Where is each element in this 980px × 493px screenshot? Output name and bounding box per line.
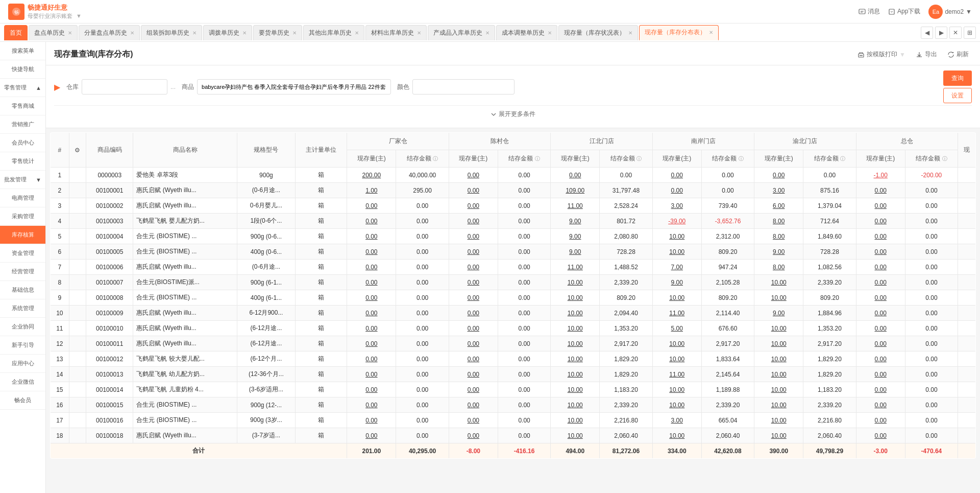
cell-chenma-stock[interactable]: 0.00: [449, 198, 498, 214]
cell-nanan-stock[interactable]: 3.00: [652, 413, 701, 428]
cell-total-stock[interactable]: 0.00: [856, 275, 905, 290]
cell-jiangbei-stock[interactable]: 10.00: [551, 382, 600, 397]
cell-factory-stock[interactable]: 0.00: [347, 397, 396, 413]
cell-nanan-stock[interactable]: 10.00: [652, 290, 701, 306]
search-btn[interactable]: 查询: [943, 71, 972, 86]
cell-yubei-stock[interactable]: 10.00: [754, 275, 803, 290]
cell-total-stock[interactable]: 0.00: [856, 244, 905, 260]
tab-product-in[interactable]: 产成品入库单历史 ✕: [428, 25, 495, 40]
cell-jiangbei-stock[interactable]: 10.00: [551, 306, 600, 321]
cell-yubei-stock[interactable]: 8.00: [754, 229, 803, 244]
tab-stocktake[interactable]: 盘点单历史 ✕: [29, 25, 78, 40]
cell-nanan-stock[interactable]: 10.00: [652, 229, 701, 244]
tab-assemble[interactable]: 组装拆卸单历史 ✕: [141, 25, 202, 40]
refresh-btn[interactable]: 刷新: [944, 48, 972, 61]
tab-close-stocktake[interactable]: ✕: [68, 30, 72, 36]
cell-jiangbei-stock[interactable]: 9.00: [551, 214, 600, 229]
cell-nanan-stock[interactable]: 7.00: [652, 260, 701, 275]
tab-other-outbound[interactable]: 其他出库单历史 ✕: [303, 25, 364, 40]
cell-factory-stock[interactable]: 0.00: [347, 428, 396, 443]
sidebar-item-purchase[interactable]: 采购管理: [0, 207, 45, 226]
tab-close-transfer[interactable]: ✕: [242, 30, 247, 36]
tab-partial-stocktake[interactable]: 分量盘点单历史 ✕: [79, 25, 140, 40]
message-btn[interactable]: 消息: [859, 7, 880, 16]
tab-close-stock-dist[interactable]: ✕: [709, 30, 713, 35]
cell-chenma-stock[interactable]: 0.00: [449, 306, 498, 321]
expand-conditions-btn[interactable]: 展开更多条件: [486, 108, 540, 121]
app-download-btn[interactable]: App下载: [888, 7, 920, 16]
cell-yubei-stock[interactable]: 9.00: [754, 244, 803, 260]
cell-yubei-stock[interactable]: 8.00: [754, 260, 803, 275]
tab-home[interactable]: 首页: [4, 25, 28, 40]
tab-close-material[interactable]: ✕: [417, 30, 421, 36]
cell-yubei-stock[interactable]: 10.00: [754, 321, 803, 336]
cell-jiangbei-stock[interactable]: 11.00: [551, 260, 600, 275]
cell-yubei-stock[interactable]: 10.00: [754, 413, 803, 428]
sidebar-item-retail-mgmt[interactable]: 零售管理 ▲: [0, 79, 45, 97]
tab-close-assemble[interactable]: ✕: [192, 30, 197, 36]
cell-jiangbei-stock[interactable]: 10.00: [551, 275, 600, 290]
cell-chenma-stock[interactable]: 0.00: [449, 244, 498, 260]
cell-chenma-stock[interactable]: 0.00: [449, 214, 498, 229]
cell-nanan-stock[interactable]: 3.00: [652, 198, 701, 214]
cell-total-stock[interactable]: 0.00: [856, 336, 905, 351]
cell-factory-stock[interactable]: 0.00: [347, 351, 396, 367]
cell-chenma-stock[interactable]: 0.00: [449, 290, 498, 306]
cell-yubei-stock[interactable]: 9.00: [754, 306, 803, 321]
sidebar-item-finance[interactable]: 资金管理: [0, 244, 45, 263]
tab-purchase-order[interactable]: 要货单历史 ✕: [253, 25, 302, 40]
tab-close-other-out[interactable]: ✕: [355, 30, 359, 36]
cell-yubei-stock[interactable]: 10.00: [754, 290, 803, 306]
cell-jiangbei-stock[interactable]: 10.00: [551, 290, 600, 306]
cell-jiangbei-stock[interactable]: 10.00: [551, 413, 600, 428]
cell-yubei-stock[interactable]: 10.00: [754, 336, 803, 351]
cell-nanan-stock[interactable]: 9.00: [652, 275, 701, 290]
cell-total-stock[interactable]: 0.00: [856, 229, 905, 244]
cell-nanan-stock[interactable]: 11.00: [652, 367, 701, 382]
cell-total-stock[interactable]: 0.00: [856, 413, 905, 428]
cell-jiangbei-stock[interactable]: 10.00: [551, 428, 600, 443]
cell-yubei-stock[interactable]: 10.00: [754, 382, 803, 397]
cell-chenma-stock[interactable]: 0.00: [449, 168, 498, 183]
cell-jiangbei-stock[interactable]: 10.00: [551, 336, 600, 351]
cell-chenma-stock[interactable]: 0.00: [449, 351, 498, 367]
cell-jiangbei-stock[interactable]: 109.00: [551, 183, 600, 198]
tab-close-product[interactable]: ✕: [485, 30, 489, 36]
cell-factory-stock[interactable]: 0.00: [347, 290, 396, 306]
tab-prev-btn[interactable]: ◀: [921, 27, 933, 39]
cell-factory-stock[interactable]: 0.00: [347, 336, 396, 351]
tab-next-btn[interactable]: ▶: [935, 27, 947, 39]
tab-cost-adjust[interactable]: 成本调整单历史 ✕: [496, 25, 557, 40]
cell-nanan-stock[interactable]: 5.00: [652, 321, 701, 336]
cell-chenma-stock[interactable]: 0.00: [449, 183, 498, 198]
cell-total-stock[interactable]: 0.00: [856, 290, 905, 306]
cell-factory-stock[interactable]: 0.00: [347, 214, 396, 229]
cell-nanan-stock[interactable]: 10.00: [652, 428, 701, 443]
sidebar-item-wholesale-mgmt[interactable]: 批发管理 ▼: [0, 171, 45, 189]
cell-jiangbei-stock[interactable]: 10.00: [551, 351, 600, 367]
cell-chenma-stock[interactable]: 0.00: [449, 229, 498, 244]
tab-close-all-btn[interactable]: ✕: [949, 27, 962, 39]
cell-total-stock[interactable]: 0.00: [856, 397, 905, 413]
cell-jiangbei-stock[interactable]: 11.00: [551, 198, 600, 214]
sidebar-item-wechat[interactable]: 企业微信: [0, 373, 45, 391]
cell-factory-stock[interactable]: 0.00: [347, 413, 396, 428]
cell-nanan-stock[interactable]: 10.00: [652, 336, 701, 351]
cell-factory-stock[interactable]: 200.00: [347, 168, 396, 183]
cell-chenma-stock[interactable]: 0.00: [449, 397, 498, 413]
cell-nanan-stock[interactable]: 0.00: [652, 168, 701, 183]
cell-jiangbei-stock[interactable]: 9.00: [551, 244, 600, 260]
cell-total-stock[interactable]: 0.00: [856, 382, 905, 397]
cell-factory-stock[interactable]: 0.00: [347, 198, 396, 214]
th-gear[interactable]: ⚙: [69, 133, 86, 168]
print-btn[interactable]: 按模版打印 ▼: [854, 48, 909, 61]
cell-nanan-stock[interactable]: 11.00: [652, 306, 701, 321]
sidebar-item-basic-info[interactable]: 基础信息: [0, 281, 45, 299]
tab-close-cost[interactable]: ✕: [548, 30, 552, 36]
sidebar-item-quick-nav[interactable]: 快捷导航: [0, 60, 45, 79]
cell-total-stock[interactable]: 0.00: [856, 214, 905, 229]
setting-btn[interactable]: 设置: [943, 88, 972, 103]
sidebar-item-member-plus[interactable]: 畅会员: [0, 391, 45, 410]
cell-total-stock[interactable]: 0.00: [856, 306, 905, 321]
sidebar-item-retail-mall[interactable]: 零售商城: [0, 97, 45, 115]
